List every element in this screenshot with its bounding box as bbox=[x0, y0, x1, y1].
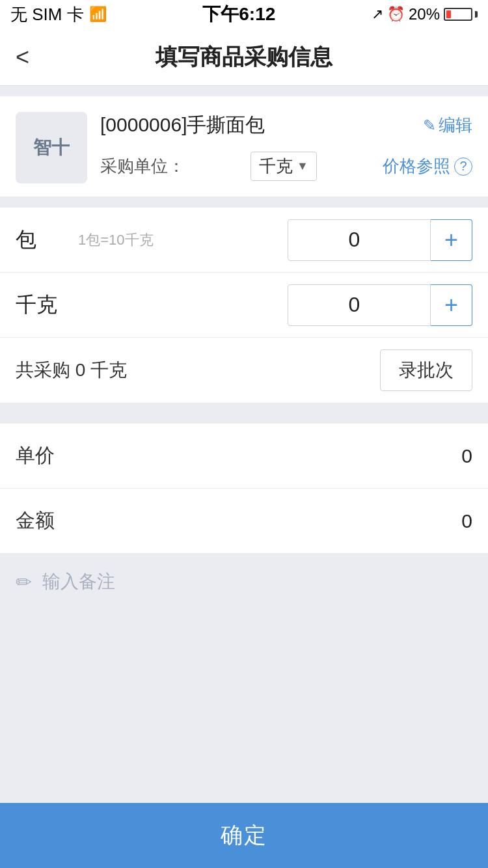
nav-bar: < 填写商品采购信息 bbox=[0, 29, 488, 86]
kg-label: 千克 bbox=[16, 291, 74, 319]
edit-button[interactable]: ✎ 编辑 bbox=[423, 114, 472, 137]
product-info: [0000006]手撕面包 ✎ 编辑 采购单位： 千克 ▼ 价格参照 ? bbox=[100, 112, 472, 181]
content-spacer bbox=[0, 610, 488, 792]
dropdown-arrow-icon: ▼ bbox=[297, 159, 308, 173]
bag-input-group: + bbox=[288, 219, 472, 261]
kg-input-group: + bbox=[288, 284, 472, 326]
unit-select[interactable]: 千克 ▼ bbox=[251, 152, 317, 181]
kg-number-input[interactable] bbox=[288, 284, 431, 326]
status-right: ↗ ⏰ 20% bbox=[372, 5, 478, 23]
record-batch-button[interactable]: 录批次 bbox=[380, 349, 472, 391]
amount-row: 金额 0 bbox=[0, 489, 488, 554]
remark-placeholder: 输入备注 bbox=[42, 569, 115, 594]
status-time: 下午6:12 bbox=[202, 2, 275, 27]
product-name-row: [0000006]手撕面包 ✎ 编辑 bbox=[100, 112, 472, 139]
edit-icon: ✎ bbox=[423, 116, 436, 135]
product-card: 智十 [0000006]手撕面包 ✎ 编辑 采购单位： 千克 ▼ bbox=[0, 96, 488, 197]
unit-price-row: 单价 0 bbox=[0, 424, 488, 489]
location-icon: ↗ bbox=[372, 6, 383, 23]
wifi-icon: 📶 bbox=[89, 6, 107, 23]
product-logo: 智十 bbox=[33, 135, 70, 160]
total-label: 共采购 0 千克 bbox=[16, 358, 127, 383]
unit-row: 采购单位： 千克 ▼ 价格参照 ? bbox=[100, 152, 472, 181]
product-name: [0000006]手撕面包 bbox=[100, 112, 265, 139]
total-row: 共采购 0 千克 录批次 bbox=[0, 338, 488, 403]
unit-price-value: 0 bbox=[461, 445, 472, 467]
battery-icon bbox=[444, 8, 478, 21]
confirm-button[interactable]: 确定 bbox=[0, 803, 488, 868]
status-bar: 无 SIM 卡 📶 下午6:12 ↗ ⏰ 20% bbox=[0, 0, 488, 29]
bag-sublabel: 1包=10千克 bbox=[78, 230, 154, 250]
input-section: 包 1包=10千克 + 千克 + 共采购 0 千克 录批次 bbox=[0, 208, 488, 403]
bag-plus-button[interactable]: + bbox=[431, 219, 472, 261]
alarm-icon: ⏰ bbox=[387, 6, 405, 23]
remark-section[interactable]: ✏ 输入备注 bbox=[0, 554, 488, 610]
amount-value: 0 bbox=[461, 510, 472, 532]
status-left: 无 SIM 卡 📶 bbox=[10, 3, 107, 26]
section-divider-1 bbox=[0, 197, 488, 208]
bag-number-input[interactable] bbox=[288, 219, 431, 261]
pencil-icon: ✏ bbox=[16, 571, 32, 593]
kg-input-row: 千克 + bbox=[0, 273, 488, 338]
price-ref-button[interactable]: 价格参照 ? bbox=[383, 155, 472, 178]
carrier-label: 无 SIM 卡 bbox=[10, 3, 84, 26]
section-divider-2 bbox=[0, 403, 488, 413]
bag-label: 包 bbox=[16, 226, 74, 254]
unit-label: 采购单位： bbox=[100, 155, 185, 178]
product-image: 智十 bbox=[16, 112, 87, 183]
back-button[interactable]: < bbox=[16, 44, 55, 71]
kg-plus-button[interactable]: + bbox=[431, 284, 472, 326]
unit-price-label: 单价 bbox=[16, 442, 55, 469]
page-title: 填写商品采购信息 bbox=[156, 42, 332, 72]
battery-label: 20% bbox=[409, 5, 440, 23]
pricing-section: 单价 0 金额 0 bbox=[0, 424, 488, 554]
bag-input-row: 包 1包=10千克 + bbox=[0, 208, 488, 273]
amount-label: 金额 bbox=[16, 508, 55, 534]
help-icon: ? bbox=[454, 157, 472, 176]
